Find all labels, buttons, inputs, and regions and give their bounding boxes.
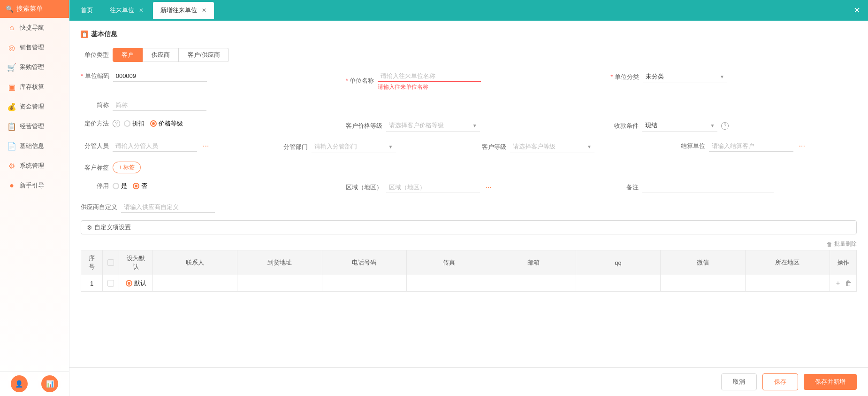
region-more-btn[interactable]: ··· [484, 183, 494, 192]
qq-input[interactable] [581, 280, 655, 287]
add-tag-btn[interactable]: + 标签 [113, 162, 141, 173]
manager-input[interactable] [113, 140, 197, 152]
address-input[interactable] [242, 280, 317, 287]
sidebar-search[interactable]: 🔍 搜索菜单 [0, 0, 69, 18]
sidebar-icon-guide: ● [8, 181, 16, 190]
table-header-6: 传真 [407, 250, 491, 275]
unit-category-value: 未分类 [646, 72, 718, 81]
footer: 取消 保存 保存并新增 [69, 367, 868, 396]
supplier-custom-field: 供应商自定义 [81, 202, 857, 213]
tab-partner[interactable]: 往来单位✕ [102, 2, 151, 19]
row-actions: ＋ 🗑 [830, 275, 856, 292]
batch-delete-label[interactable]: 批量删除 [834, 240, 857, 248]
row-phone[interactable] [322, 275, 406, 292]
row-region-input[interactable] [750, 280, 825, 287]
type-btn-both[interactable]: 客户/供应商 [179, 48, 229, 62]
sidebar-icon-operations: 📋 [8, 122, 16, 131]
customer-level-select[interactable]: 请选择客户等级 ▼ [510, 140, 594, 153]
tab-close-partner[interactable]: ✕ [139, 7, 144, 14]
pricing-help-icon[interactable]: ? [113, 120, 120, 127]
disabled-label: 停用 [81, 182, 109, 190]
sidebar-item-finance[interactable]: 💰 资金管理 [0, 97, 69, 116]
customer-price-level-select[interactable]: 请选择客户价格等级 ▼ [386, 119, 480, 132]
row-checkbox[interactable] [107, 280, 114, 287]
disabled-field: 停用 是 否 [81, 182, 327, 190]
sidebar-label-inventory: 库存核算 [20, 83, 44, 91]
cancel-button[interactable]: 取消 [721, 373, 757, 390]
table-row: 1 默认 ＋ 🗑 [81, 275, 857, 292]
type-btn-supplier[interactable]: 供应商 [143, 48, 179, 62]
row-delete-btn[interactable]: 🗑 [845, 280, 852, 287]
sidebar-stats-btn[interactable]: 📊 [41, 375, 58, 392]
unit-name-input[interactable] [378, 70, 481, 82]
type-btn-customer[interactable]: 客户 [113, 48, 143, 62]
sidebar-item-purchase[interactable]: 🛒 采购管理 [0, 57, 69, 77]
region-input[interactable] [386, 182, 480, 193]
manager-more-btn[interactable]: ··· [201, 142, 211, 150]
short-name-field: 简称 [81, 100, 857, 111]
row-region[interactable] [745, 275, 830, 292]
settlement-unit-input[interactable] [709, 140, 793, 152]
row-check[interactable] [103, 275, 119, 292]
sidebar-item-sales[interactable]: ◎ 销售管理 [0, 38, 69, 57]
department-select[interactable]: 请输入分管部门 ▼ [312, 140, 396, 153]
short-name-input[interactable] [113, 100, 206, 111]
disabled-yes-option[interactable]: 是 [113, 182, 127, 190]
supplier-custom-label: 供应商自定义 [81, 203, 117, 211]
tab-new-partner[interactable]: 新增往来单位✕ [153, 2, 214, 19]
row-contact[interactable] [153, 275, 237, 292]
email-input[interactable] [496, 280, 571, 287]
sidebar-icon-quick-nav: ⌂ [8, 23, 16, 32]
region-label: 区域（地区） [346, 183, 382, 192]
wechat-input[interactable] [665, 280, 740, 287]
chevron-down-icon4: ▼ [388, 144, 393, 149]
phone-input[interactable] [327, 280, 402, 287]
contact-input[interactable] [158, 280, 232, 287]
pricing-discount-option[interactable]: 折扣 [124, 119, 145, 128]
row-fax[interactable] [407, 275, 491, 292]
sidebar-user-btn[interactable]: 👤 [11, 375, 28, 392]
disabled-yes-radio [113, 183, 119, 189]
row-add-btn[interactable]: ＋ [835, 279, 841, 287]
department-label: 分管部门 [280, 143, 308, 151]
payment-terms-select[interactable]: 现结 ▼ [642, 119, 717, 132]
sidebar-item-basic[interactable]: 📄 基础信息 [0, 136, 69, 156]
fax-input[interactable] [411, 280, 486, 287]
save-button[interactable]: 保存 [762, 373, 798, 390]
tab-close-new-partner[interactable]: ✕ [202, 7, 206, 14]
sidebar-item-system[interactable]: ⚙ 系统管理 [0, 156, 69, 176]
payment-help-icon[interactable]: ? [721, 122, 729, 130]
row-default-radio[interactable]: 默认 [126, 279, 146, 287]
tags-field: 客户标签 + 标签 [81, 162, 857, 173]
unit-code-input[interactable] [113, 70, 207, 82]
remark-input[interactable] [642, 182, 774, 193]
unit-category-select[interactable]: 未分类 ▼ [643, 70, 727, 83]
row-qq[interactable] [576, 275, 660, 292]
pricing-discount-radio [124, 120, 130, 127]
save-new-button[interactable]: 保存并新增 [804, 374, 857, 390]
row-email[interactable] [491, 275, 576, 292]
pricing-level-option[interactable]: 价格等级 [150, 119, 183, 128]
sidebar-label-purchase: 采购管理 [20, 63, 44, 71]
pricing-method-field: 定价方法 ? 折扣 价格等级 [81, 119, 327, 128]
window-close-btn[interactable]: ✕ [850, 3, 864, 17]
sidebar-item-inventory[interactable]: ▣ 库存核算 [0, 77, 69, 97]
unit-name-label: 单位名称 [346, 77, 374, 85]
sidebar-label-sales: 销售管理 [20, 43, 44, 52]
row-address[interactable] [237, 275, 322, 292]
sidebar-bottom: 👤 📊 [0, 371, 69, 396]
row-wechat[interactable] [661, 275, 745, 292]
select-all-checkbox[interactable] [107, 259, 114, 266]
sidebar-item-operations[interactable]: 📋 经营管理 [0, 116, 69, 136]
pricing-level-label: 价格等级 [159, 119, 183, 128]
sidebar-item-guide[interactable]: ● 新手引导 [0, 176, 69, 195]
custom-settings-btn[interactable]: ⚙ 自定义项设置 [81, 220, 857, 234]
disabled-no-option[interactable]: 否 [133, 182, 147, 190]
settlement-unit-more-btn[interactable]: ··· [797, 142, 807, 150]
table-header-3: 联系人 [153, 250, 237, 275]
supplier-custom-input[interactable] [121, 202, 215, 213]
sidebar-item-quick-nav[interactable]: ⌂ 快捷导航 [0, 18, 69, 38]
tab-home[interactable]: 首页 [73, 2, 100, 19]
sidebar-label-guide: 新手引导 [20, 181, 44, 190]
table-header-11: 操作 [830, 250, 856, 275]
